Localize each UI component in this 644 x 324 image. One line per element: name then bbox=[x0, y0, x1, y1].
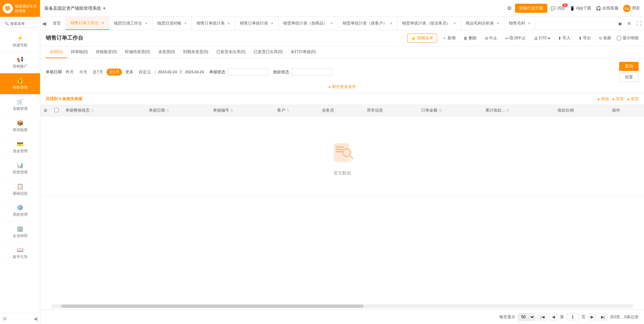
sidebar-item-inventory[interactable]: 📦库存核算 bbox=[0, 116, 40, 137]
show-detail-checkbox[interactable] bbox=[617, 36, 621, 40]
tab-close-icon[interactable]: ✕ bbox=[528, 22, 530, 25]
app-download-button[interactable]: 📱 App下载 bbox=[570, 5, 591, 11]
tab-close-icon[interactable]: ✕ bbox=[101, 21, 104, 25]
batch-ship-button[interactable]: ● 发货 bbox=[627, 96, 639, 102]
sidebar-item-marketing[interactable]: 📢营销推广 bbox=[0, 52, 40, 73]
batch-cancel-review-button[interactable]: ● 弃审 bbox=[612, 96, 624, 102]
smart-create-button[interactable]: ⭐ 智能生单 bbox=[407, 34, 437, 43]
collapse-sidebar-button[interactable]: ◀ bbox=[34, 316, 37, 321]
sort-icon[interactable]: ⇅ bbox=[166, 109, 169, 112]
subtab-shipped-out[interactable]: 已发货已出库(0) bbox=[250, 46, 287, 58]
date-btn-近7天[interactable]: 近7天 bbox=[91, 69, 105, 76]
stop-button[interactable]: ⊘ 中止 bbox=[482, 34, 500, 42]
tab-close-icon[interactable]: ✕ bbox=[330, 22, 333, 25]
delete-button[interactable]: 🗑 删除 bbox=[461, 34, 479, 42]
date-btn-自定义[interactable]: 自定义 bbox=[137, 69, 153, 76]
sidebar-item-finance[interactable]: 💳资金管理 bbox=[0, 137, 40, 158]
last-page-button[interactable]: ▶| bbox=[599, 314, 607, 320]
page-size-select[interactable]: 2050100 bbox=[518, 313, 535, 321]
tab-close-icon[interactable]: ✕ bbox=[453, 22, 456, 25]
sidebar-nav: ⚡快捷导航📢营销推广💰销售管理🛒采购管理📦库存核算💳资金管理📊经营管理📋基础信息… bbox=[0, 31, 40, 264]
collect-filter-label: 收款状态 bbox=[273, 69, 289, 75]
subtab-label: 到期未发货(0) bbox=[183, 49, 208, 54]
tab-sales-summary-staff[interactable]: 销货单统计表（按业务员）✕ bbox=[397, 17, 461, 30]
sidebar-item-quick-nav[interactable]: ⚡快捷导航 bbox=[0, 31, 40, 52]
table-header-row: ⚙ 单据整体状态⇅ 单据日期⇅ 单据编号⇅ 客户⇅ 业务员 异常信息 订单金额⇅… bbox=[40, 105, 644, 116]
select-all-checkbox[interactable] bbox=[54, 108, 59, 112]
tab-gross-margin[interactable]: 商品毛利分析表✕ bbox=[461, 17, 504, 30]
user-avatar-button[interactable]: Ea 用友 bbox=[623, 5, 640, 12]
online-service-button[interactable]: 🎧 在线客服 bbox=[596, 5, 618, 11]
tab-sales-summary-product[interactable]: 销货单统计表（按商品）✕ bbox=[278, 17, 338, 30]
sidebar-item-purchase[interactable]: 🛒采购管理 bbox=[0, 94, 40, 116]
first-page-button[interactable]: |◀ bbox=[538, 314, 547, 320]
tab-sales-summary-customer[interactable]: 销货单统计表（按客户）✕ bbox=[338, 17, 397, 30]
tab-close-icon[interactable]: ✕ bbox=[227, 22, 230, 25]
show-detail-toggle[interactable]: 显示明细 bbox=[617, 35, 639, 41]
date-btn-昨天[interactable]: 昨天 bbox=[64, 69, 76, 76]
sort-icon[interactable]: ⇅ bbox=[506, 109, 509, 112]
print-button[interactable]: 🖨 打印 ▾ bbox=[531, 34, 553, 42]
topbar-settings-icon[interactable]: ⚙ bbox=[507, 5, 512, 11]
messages-button[interactable]: 💬 消息 6 bbox=[551, 5, 565, 11]
date-btn-今天[interactable]: 今天 bbox=[77, 69, 89, 76]
import-button[interactable]: ⬆ 导入 bbox=[555, 34, 573, 42]
batch-review-button[interactable]: ● 审核 bbox=[597, 96, 609, 102]
subtab-pending-inspect[interactable]: 待拣验货(0) bbox=[92, 46, 121, 58]
sidebar-item-system[interactable]: ⚙️系统管理 bbox=[0, 200, 40, 221]
tab-close-icon[interactable]: ✕ bbox=[145, 22, 147, 25]
industry-solution-button[interactable]: 体验行业方案 bbox=[515, 4, 547, 13]
subtab-pending-review[interactable]: 待审核(0) bbox=[67, 46, 92, 58]
sidebar-item-guide[interactable]: 📖新手引导 bbox=[0, 243, 40, 264]
sort-icon[interactable]: ⇅ bbox=[439, 109, 441, 112]
tab-cash-daily[interactable]: 钱货日清工作台✕ bbox=[109, 17, 153, 30]
sort-icon[interactable]: ⇅ bbox=[230, 109, 233, 112]
tab-close-icon[interactable]: ✕ bbox=[390, 22, 392, 25]
subtab-not-printed[interactable]: 未打印单据(0) bbox=[287, 46, 320, 58]
sidebar-item-enterprise[interactable]: 🏢企业协同 bbox=[0, 221, 40, 243]
scrollbar-thumb[interactable] bbox=[61, 305, 363, 308]
sidebar-item-sales[interactable]: 💰销售管理 bbox=[0, 73, 40, 94]
export-button[interactable]: ⬇ 导出 bbox=[576, 34, 594, 42]
date-btn-近1月[interactable]: 近1月 bbox=[106, 69, 122, 76]
subtab-overdue-not-shipped[interactable]: 到期未发货(0) bbox=[179, 46, 212, 58]
tab-close-all-button[interactable]: ✕ bbox=[625, 21, 634, 26]
page-number-input[interactable]: 1 bbox=[567, 314, 579, 320]
tab-close-icon[interactable]: ✕ bbox=[497, 22, 499, 25]
expand-filter-button[interactable]: ▾ 展开更多条件 bbox=[46, 84, 639, 90]
page-title: 销售订单工作台 bbox=[46, 35, 83, 42]
cancel-stop-button[interactable]: ↩ 取消中止 bbox=[503, 34, 528, 42]
subtab-wangpu-pending[interactable]: 旺铺待发货(0) bbox=[121, 46, 154, 58]
tab-maximize-button[interactable]: ⛶ bbox=[634, 21, 644, 26]
sidebar-item-base[interactable]: 📋基础信息 bbox=[0, 179, 40, 200]
tab-scroll-right-button[interactable]: ▶ bbox=[617, 21, 625, 26]
refresh-button[interactable]: ↻ 刷新 bbox=[596, 34, 614, 42]
status-select[interactable] bbox=[227, 68, 268, 76]
horizontal-scrollbar[interactable] bbox=[51, 304, 633, 308]
sort-icon[interactable]: ⇅ bbox=[287, 109, 289, 112]
next-page-button[interactable]: ▶ bbox=[588, 314, 596, 320]
sidebar-item-operations[interactable]: 📊经营管理 bbox=[0, 158, 40, 179]
query-button[interactable]: 查询 bbox=[619, 62, 639, 71]
subtab-all[interactable]: 全部(0) bbox=[46, 46, 67, 58]
sort-icon[interactable]: ⇅ bbox=[91, 109, 94, 112]
tab-cash-reconcile[interactable]: 钱货日清对账✕ bbox=[153, 17, 192, 30]
tab-sales-workbench[interactable]: 销售订单工作台✕ bbox=[66, 17, 109, 30]
tab-scroll-left-button[interactable]: ◀ bbox=[40, 21, 48, 26]
filter-setting-button[interactable]: 设置 bbox=[619, 72, 639, 82]
date-btn-更多[interactable]: 更多 bbox=[123, 69, 135, 76]
subtab-not-shipped[interactable]: 未发货(0) bbox=[154, 46, 179, 58]
tab-sales-profit[interactable]: 销售毛利✕ bbox=[504, 17, 535, 30]
tab-sales-exec[interactable]: 销售订单执行表✕ bbox=[235, 17, 278, 30]
subtab-shipped-not-out[interactable]: 已发货未出库(0) bbox=[212, 46, 250, 58]
settings-footer-button[interactable]: ⚙ bbox=[3, 316, 7, 321]
tab-close-icon[interactable]: ✕ bbox=[271, 22, 273, 25]
search-menu-button[interactable]: 🔍 搜索菜单 bbox=[2, 19, 38, 28]
prev-page-button[interactable]: ◀ bbox=[550, 314, 557, 320]
add-button[interactable]: ＋ 新增 bbox=[440, 34, 458, 42]
tab-sales-stats[interactable]: 销售订单统计表✕ bbox=[192, 17, 235, 30]
tab-home[interactable]: 首页 bbox=[48, 17, 66, 30]
tab-close-icon[interactable]: ✕ bbox=[184, 22, 187, 25]
topbar-dropdown-button[interactable]: ▾ bbox=[103, 6, 105, 11]
collect-select[interactable] bbox=[291, 68, 332, 76]
